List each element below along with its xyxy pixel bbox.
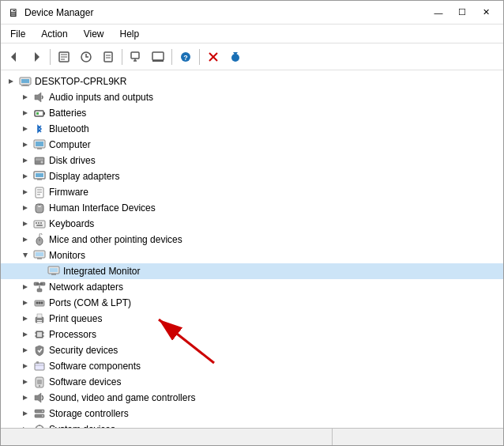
expand-root[interactable] (4, 74, 18, 89)
tree-item-disk[interactable]: Disk drives (1, 153, 503, 168)
tree-root[interactable]: DESKTOP-CPRL9KR (1, 74, 503, 89)
scan-button[interactable] (126, 47, 146, 67)
menu-action[interactable]: Action (35, 27, 73, 41)
processors-icon (32, 327, 47, 342)
keyboards-icon (32, 217, 47, 231)
tree-item-mice[interactable]: Mice and other pointing devices (1, 232, 503, 248)
svg-marker-28 (23, 111, 28, 115)
update-driver-button[interactable] (76, 47, 96, 67)
expand-monitors[interactable] (18, 248, 32, 263)
network-icon (32, 280, 47, 294)
svg-point-101 (39, 385, 40, 387)
tree-item-print-queues[interactable]: Print queues (1, 311, 503, 327)
tree-item-monitors[interactable]: Monitors (1, 248, 503, 263)
expand-computer[interactable] (18, 138, 32, 152)
display-icon (32, 169, 47, 183)
device-list-button[interactable] (148, 47, 168, 67)
expand-batteries[interactable] (18, 106, 32, 120)
svg-marker-76 (23, 300, 28, 305)
help-button[interactable]: ? (175, 47, 196, 67)
svg-marker-21 (9, 79, 13, 84)
svg-marker-103 (35, 393, 41, 403)
status-text (4, 429, 333, 445)
tree-item-sound[interactable]: Sound, video and game controllers (1, 390, 503, 406)
tree-item-software-components[interactable]: Software components (1, 358, 503, 374)
close-button[interactable]: ✕ (475, 5, 497, 21)
toolbar-separator-2 (122, 49, 122, 65)
svg-rect-23 (21, 79, 29, 83)
svg-rect-95 (35, 363, 44, 370)
tree-item-bluetooth[interactable]: Bluetooth (1, 121, 503, 137)
maximize-button[interactable]: ☐ (451, 5, 473, 21)
expand-display[interactable] (18, 169, 32, 183)
expand-hid[interactable] (18, 201, 32, 215)
tree-item-system[interactable]: System devices (1, 421, 503, 428)
display-label: Display adapters (49, 171, 119, 182)
expand-software-components[interactable] (18, 359, 32, 373)
integrated-monitor-label: Integrated Monitor (63, 266, 140, 277)
tree-item-integrated-monitor[interactable]: Integrated Monitor (1, 263, 503, 279)
processors-label: Processors (49, 329, 96, 340)
remove-button[interactable] (203, 47, 224, 67)
tree-item-keyboards[interactable]: Keyboards (1, 216, 503, 232)
svg-rect-10 (131, 52, 139, 59)
tree-item-hid[interactable]: Human Interface Devices (1, 200, 503, 216)
menu-help[interactable]: Help (114, 27, 146, 41)
svg-rect-83 (37, 314, 42, 318)
expand-network[interactable] (18, 280, 32, 294)
svg-marker-41 (23, 174, 28, 179)
uninstall-button[interactable] (98, 47, 118, 67)
expand-processors[interactable] (18, 327, 32, 342)
expand-ports[interactable] (18, 296, 32, 310)
svg-rect-65 (36, 252, 43, 256)
bluetooth-label: Bluetooth (49, 123, 89, 134)
svg-rect-97 (36, 361, 39, 364)
svg-marker-102 (23, 395, 28, 400)
hid-label: Human Interface Devices (49, 202, 156, 214)
tree-item-display[interactable]: Display adapters (1, 168, 503, 184)
menu-view[interactable]: View (77, 27, 111, 41)
expand-system[interactable] (18, 422, 32, 428)
tree-item-storage[interactable]: Storage controllers (1, 406, 503, 421)
expand-storage[interactable] (18, 406, 32, 421)
status-right (333, 429, 500, 445)
expand-keyboards[interactable] (18, 217, 32, 231)
refresh-button[interactable] (225, 47, 246, 67)
hid-icon (32, 201, 47, 215)
tree-item-firmware[interactable]: Firmware (1, 184, 503, 200)
batteries-label: Batteries (49, 108, 86, 119)
properties-button[interactable] (54, 47, 74, 67)
tree-item-computer[interactable]: Computer (1, 137, 503, 153)
minimize-button[interactable]: — (427, 5, 449, 21)
menu-file[interactable]: File (4, 27, 32, 41)
expand-sound[interactable] (18, 391, 32, 405)
tree-item-ports[interactable]: Ports (COM & LPT) (1, 295, 503, 311)
expand-security[interactable] (18, 343, 32, 357)
expand-mice[interactable] (18, 232, 32, 247)
expand-disk[interactable] (18, 153, 32, 168)
tree-item-software-devices[interactable]: Software devices (1, 374, 503, 390)
mice-icon (32, 232, 47, 247)
tree-item-audio[interactable]: Audio inputs and outputs (1, 89, 503, 105)
tree-item-security[interactable]: Security devices (1, 342, 503, 358)
tree-item-batteries[interactable]: Batteries (1, 105, 503, 121)
security-label: Security devices (49, 345, 118, 356)
svg-rect-58 (40, 222, 42, 224)
tree-item-network[interactable]: Network adapters (1, 279, 503, 295)
mice-label: Mice and other pointing devices (49, 234, 182, 245)
svg-marker-109 (23, 427, 28, 428)
print-queues-label: Print queues (49, 313, 102, 324)
expand-bluetooth[interactable] (18, 122, 32, 136)
expand-print-queues[interactable] (18, 312, 32, 326)
expand-software-devices[interactable] (18, 375, 32, 389)
tree-item-processors[interactable]: Processors (1, 327, 503, 342)
svg-rect-39 (36, 158, 43, 161)
forward-button[interactable] (26, 47, 47, 67)
back-button[interactable] (4, 47, 24, 67)
ports-label: Ports (COM & LPT) (49, 297, 131, 308)
print-queues-icon (32, 312, 47, 326)
expand-audio[interactable] (18, 90, 32, 104)
expand-firmware[interactable] (18, 185, 32, 199)
svg-point-79 (39, 302, 41, 304)
toolbar-separator-3 (171, 49, 172, 65)
